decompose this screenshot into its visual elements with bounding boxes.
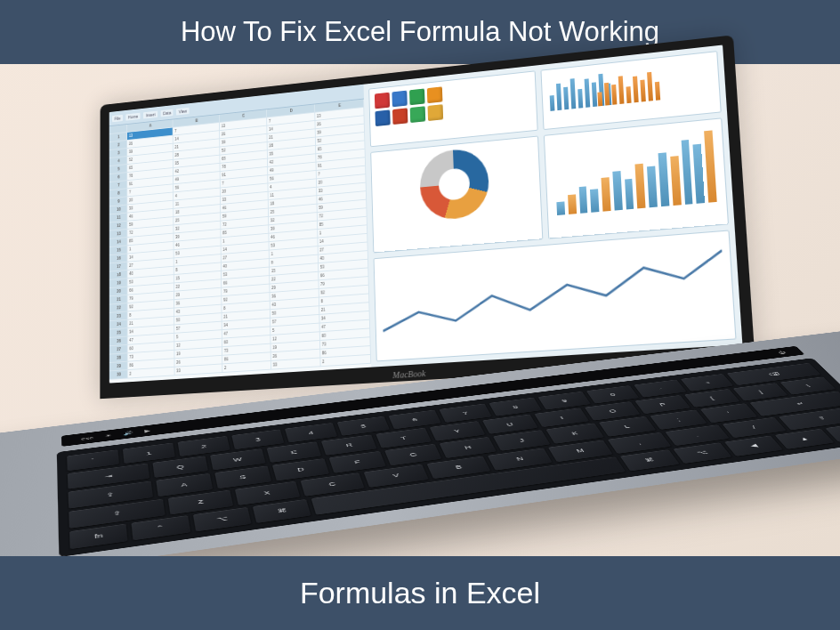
bottom-banner-text: Formulas in Excel [300, 576, 540, 610]
column [704, 130, 716, 202]
column [635, 164, 646, 209]
ribbon-tab: File [112, 114, 123, 121]
laptop-screen: File Home Insert Data View ABCDE11371371… [109, 45, 743, 384]
bar [647, 71, 653, 101]
column [647, 166, 658, 208]
column [556, 201, 565, 215]
excel-spreadsheet-pane: File Home Insert Data View ABCDE11371371… [109, 85, 371, 384]
ribbon-tab: View [176, 107, 190, 115]
key: ▲ [775, 429, 834, 449]
color-swatch [375, 109, 390, 126]
bar [550, 95, 555, 110]
laptop-brand-label: MacBook [392, 368, 425, 380]
laptop-screen-bezel: File Home Insert Data View ABCDE11371371… [100, 35, 755, 399]
bar [611, 85, 617, 105]
bar [563, 86, 569, 109]
column [658, 152, 670, 206]
column [681, 140, 693, 205]
orange-bar-chart [594, 63, 662, 109]
cell: 2 [320, 355, 371, 367]
row-header: 30 [109, 370, 128, 380]
ribbon-tab: Insert [143, 110, 158, 118]
column [693, 144, 705, 204]
touchbar-icon: ☀ [105, 432, 112, 438]
touchbar-icon: ⏻ [777, 351, 787, 355]
donut-chart [419, 147, 490, 222]
cell: 2 [222, 361, 271, 373]
bar [640, 80, 645, 102]
color-swatch [427, 104, 443, 121]
column [568, 194, 577, 214]
bottom-banner: Formulas in Excel [0, 556, 840, 630]
color-swatch-panel [368, 70, 538, 147]
column [578, 186, 587, 213]
key: fn [69, 523, 128, 549]
bar [570, 78, 577, 109]
ribbon-tab: Data [161, 109, 174, 117]
bar [584, 78, 590, 108]
excel-dashboard-pane [363, 45, 742, 368]
cell: 2 [128, 368, 175, 379]
color-swatch [375, 93, 390, 109]
bar [655, 82, 660, 101]
key: ⌃ [132, 515, 190, 540]
touchbar-icon: esc [81, 435, 93, 441]
column [602, 177, 611, 211]
color-swatch [427, 86, 443, 103]
column [590, 189, 599, 213]
key: ⌘ [620, 449, 679, 471]
key: ⌥ [673, 442, 731, 464]
bar [597, 93, 602, 107]
key: ⌘ [253, 499, 311, 523]
bar [618, 77, 625, 104]
key: ◀ [724, 435, 783, 456]
column-chart [550, 125, 721, 219]
touchbar-icon: ▶ [144, 428, 150, 433]
color-swatch [392, 91, 407, 108]
laptop-illustration: File Home Insert Data View ABCDE11371371… [36, 69, 831, 545]
key: ⌥ [193, 507, 252, 532]
donut-chart-panel [370, 136, 543, 254]
bar [626, 86, 631, 103]
color-swatch [409, 89, 425, 106]
bar [604, 82, 610, 105]
cell: 33 [271, 358, 321, 369]
column [612, 171, 622, 211]
line-chart-panel [373, 230, 736, 361]
color-swatch [392, 108, 408, 125]
color-swatch [410, 106, 426, 123]
line-chart [381, 238, 727, 353]
touchbar-icon: 🔊 [124, 431, 133, 436]
swatch-grid [375, 77, 531, 126]
column [670, 156, 681, 206]
bar [633, 77, 639, 103]
bar [578, 89, 583, 109]
ribbon-tab: Home [125, 112, 140, 120]
top-banner-text: How To Fix Excel Formula Not Working [181, 16, 659, 47]
small-bar-panel [540, 51, 721, 130]
column-chart-panel [544, 117, 729, 238]
cell: 33 [174, 364, 222, 376]
column [625, 179, 634, 210]
excel-grid: ABCDE11371371322614261426339213921394522… [109, 100, 371, 384]
bar [556, 84, 561, 110]
